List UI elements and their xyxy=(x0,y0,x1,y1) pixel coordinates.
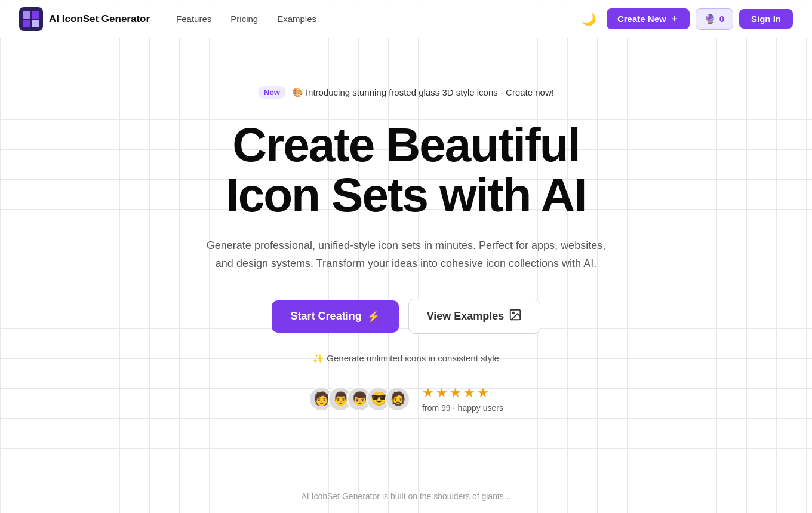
cta-buttons: Start Creating ⚡ View Examples xyxy=(272,299,541,334)
nav-pricing[interactable]: Pricing xyxy=(223,10,265,27)
social-proof: 🧑 👨 👦 😎 🧔 ★ ★ ★ ★ ★ from 99+ happy users xyxy=(309,385,503,413)
nav-links: Features Pricing Examples xyxy=(169,10,324,27)
sparkle-text: ✨ Generate unlimited icons in consistent… xyxy=(313,353,499,364)
start-creating-label: Start Creating xyxy=(291,310,362,322)
create-new-button[interactable]: Create New ＋ xyxy=(607,8,690,29)
create-new-label: Create New xyxy=(617,14,666,24)
badge-text: 🎨 Introducing stunning frosted glass 3D … xyxy=(292,87,554,98)
star-rating: ★ ★ ★ ★ ★ xyxy=(422,385,503,401)
plus-icon: ＋ xyxy=(670,13,679,24)
svg-rect-3 xyxy=(23,20,30,27)
moon-icon: 🌙 xyxy=(582,12,596,26)
logo-text: AI IconSet Generator xyxy=(49,13,150,25)
credits-icon: 🔮 xyxy=(705,14,716,24)
announcement-badge[interactable]: New 🎨 Introducing stunning frosted glass… xyxy=(258,86,554,99)
hero-subtitle: Generate professional, unified-style ico… xyxy=(203,237,609,272)
credits-button[interactable]: 🔮 0 xyxy=(696,8,733,30)
nav-features[interactable]: Features xyxy=(169,10,219,27)
avatar: 🧔 xyxy=(385,386,410,411)
rating-text: from 99+ happy users xyxy=(422,403,503,413)
svg-rect-2 xyxy=(32,11,39,19)
star-5: ★ xyxy=(477,385,489,401)
svg-rect-4 xyxy=(32,20,39,27)
dark-mode-toggle[interactable]: 🌙 xyxy=(578,8,601,30)
star-2: ★ xyxy=(436,385,448,401)
nav-right: 🌙 Create New ＋ 🔮 0 Sign In xyxy=(578,8,793,30)
gallery-icon xyxy=(509,308,522,324)
view-examples-button[interactable]: View Examples xyxy=(408,299,541,334)
nav-examples[interactable]: Examples xyxy=(270,10,324,27)
hero-title-line1: Create Beautiful xyxy=(232,118,579,171)
svg-point-6 xyxy=(513,312,515,314)
logo[interactable]: AI IconSet Generator xyxy=(19,7,150,31)
lightning-icon: ⚡ xyxy=(367,310,380,323)
avatar-group: 🧑 👨 👦 😎 🧔 xyxy=(309,386,410,411)
credits-count: 0 xyxy=(719,14,724,24)
logo-icon xyxy=(19,7,43,31)
main-content: New 🎨 Introducing stunning frosted glass… xyxy=(0,38,812,513)
star-1: ★ xyxy=(422,385,434,401)
svg-rect-1 xyxy=(23,11,30,19)
footer-text: AI IconSet Generator is built on the sho… xyxy=(302,492,511,501)
star-3: ★ xyxy=(450,385,462,401)
signin-button[interactable]: Sign In xyxy=(739,9,793,29)
hero-title-line2: Icon Sets with AI xyxy=(226,168,586,222)
view-examples-label: View Examples xyxy=(427,310,505,322)
nav-left: AI IconSet Generator Features Pricing Ex… xyxy=(19,7,324,31)
navbar: AI IconSet Generator Features Pricing Ex… xyxy=(0,0,812,38)
hero-title: Create Beautiful Icon Sets with AI xyxy=(226,120,586,220)
star-4: ★ xyxy=(463,385,475,401)
start-creating-button[interactable]: Start Creating ⚡ xyxy=(272,300,399,333)
new-badge: New xyxy=(258,86,286,99)
rating-block: ★ ★ ★ ★ ★ from 99+ happy users xyxy=(422,385,503,413)
